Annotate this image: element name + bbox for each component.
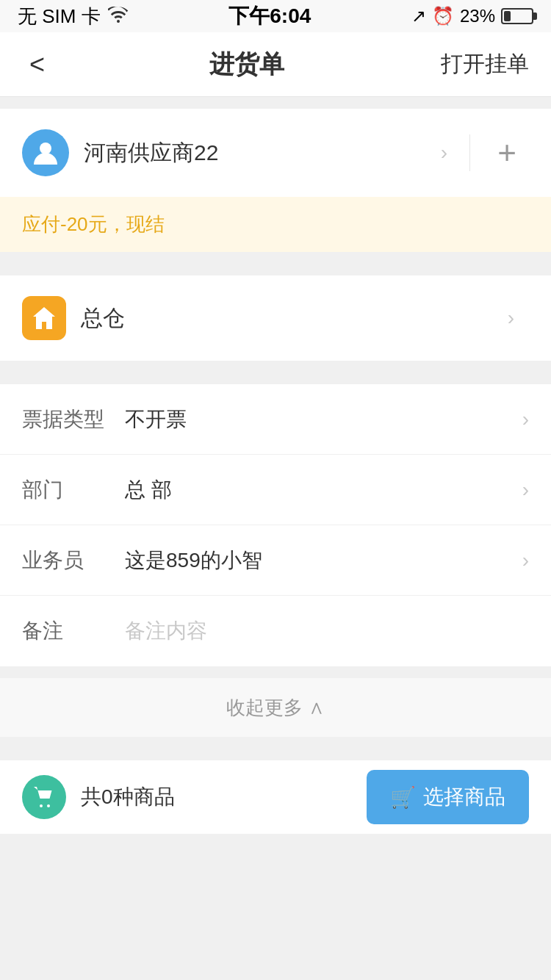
status-left: 无 SIM 卡	[18, 4, 129, 29]
page-background	[0, 834, 551, 980]
status-time: 下午6:04	[228, 2, 311, 30]
product-icon	[22, 775, 66, 819]
department-label: 部门	[22, 476, 125, 504]
remarks-label: 备注	[22, 617, 125, 645]
status-bar: 无 SIM 卡 下午6:04 ↗ ⏰ 23%	[0, 0, 551, 32]
person-icon	[31, 138, 60, 167]
select-product-label: 选择商品	[423, 783, 505, 811]
divider-2	[0, 252, 551, 264]
warehouse-row[interactable]: 总仓 ›	[22, 275, 529, 361]
svg-point-2	[47, 804, 50, 807]
page-title: 进货单	[209, 48, 284, 82]
collapse-label: 收起更多 ∧	[226, 695, 324, 721]
supplier-avatar	[22, 129, 69, 176]
supplier-divider	[469, 134, 470, 171]
salesperson-row[interactable]: 业务员 这是859的小智 ›	[0, 525, 551, 596]
department-value: 总 部	[125, 476, 522, 504]
product-section: 共0种商品 🛒 选择商品	[0, 760, 551, 834]
remarks-input[interactable]: 备注内容	[125, 617, 529, 645]
svg-point-1	[40, 804, 43, 807]
warehouse-name: 总仓	[81, 303, 508, 334]
supplier-chevron-icon: ›	[441, 141, 447, 165]
alarm-icon: ⏰	[432, 6, 454, 26]
salesperson-chevron-icon: ›	[522, 549, 529, 572]
invoice-type-label: 票据类型	[22, 406, 125, 433]
invoice-chevron-icon: ›	[522, 408, 529, 431]
invoice-type-value: 不开票	[125, 406, 522, 433]
invoice-type-row[interactable]: 票据类型 不开票 ›	[0, 384, 551, 455]
battery-icon	[501, 8, 533, 24]
divider-4	[0, 737, 551, 749]
svg-point-0	[40, 143, 51, 154]
department-row[interactable]: 部门 总 部 ›	[0, 455, 551, 525]
select-product-button[interactable]: 🛒 选择商品	[367, 770, 529, 824]
collapse-row[interactable]: 收起更多 ∧	[0, 678, 551, 737]
form-section: 票据类型 不开票 › 部门 总 部 › 业务员 这是859的小智 › 备注 备注…	[0, 384, 551, 666]
carrier-label: 无 SIM 卡	[18, 4, 101, 29]
divider-1	[0, 97, 551, 109]
alert-banner: 应付-20元，现结	[0, 197, 551, 252]
supplier-name: 河南供应商22	[84, 138, 441, 168]
battery-percent: 23%	[460, 6, 495, 26]
home-icon	[31, 305, 57, 331]
cart-icon	[32, 785, 57, 810]
select-product-icon: 🛒	[390, 785, 416, 810]
supplier-section: 河南供应商22 › +	[0, 109, 551, 197]
location-icon: ↗	[411, 6, 426, 26]
warehouse-icon	[22, 296, 66, 340]
warehouse-section[interactable]: 总仓 ›	[0, 275, 551, 361]
supplier-row[interactable]: 河南供应商22 ›	[22, 109, 462, 197]
nav-bar: < 进货单 打开挂单	[0, 32, 551, 97]
warehouse-chevron-icon: ›	[508, 306, 514, 330]
add-supplier-button[interactable]: +	[485, 131, 529, 175]
divider-3	[0, 361, 551, 372]
open-pending-button[interactable]: 打开挂单	[441, 49, 529, 79]
alert-text: 应付-20元，现结	[22, 213, 165, 235]
remarks-row[interactable]: 备注 备注内容	[0, 596, 551, 666]
salesperson-label: 业务员	[22, 547, 125, 574]
salesperson-value: 这是859的小智	[125, 547, 522, 574]
status-right: ↗ ⏰ 23%	[411, 6, 533, 26]
back-button[interactable]: <	[22, 42, 52, 87]
product-count: 共0种商品	[81, 783, 367, 811]
wifi-icon	[108, 5, 129, 28]
department-chevron-icon: ›	[522, 478, 529, 502]
